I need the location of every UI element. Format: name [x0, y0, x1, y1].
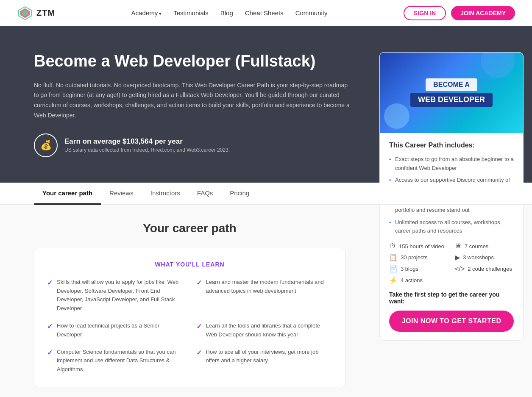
deco-circle-2 — [384, 103, 409, 129]
nav-academy[interactable]: Academy — [131, 9, 162, 17]
stat-actions: ⚡ 4 actions — [389, 276, 448, 284]
stat-blogs: 📄 3 blogs — [389, 265, 448, 273]
tab-pricing[interactable]: Pricing — [221, 183, 258, 205]
stats-grid: ⏱ 155 hours of video 🖥 7 courses 📋 30 pr… — [389, 242, 514, 284]
hero-description: No fluff. No outdated tutorials. No over… — [34, 81, 352, 121]
check-icon-4: ✓ — [196, 322, 202, 330]
sidebar-hero-image: BECOME A WEB DEVELOPER — [380, 53, 523, 133]
salary-icon: 💰 — [34, 133, 58, 157]
stat-actions-text: 4 actions — [401, 277, 423, 283]
list-item: ✓ How to ace all of your interviews, get… — [196, 348, 333, 374]
clipboard-icon: 📋 — [389, 253, 398, 261]
stat-workshops: ▶ 3 workshops — [455, 253, 514, 261]
list-item: ✓ How to lead technical projects as a Se… — [47, 322, 184, 339]
stat-blogs-text: 3 blogs — [401, 266, 418, 272]
learn-grid: ✓ Skills that will allow you to apply fo… — [47, 278, 332, 374]
content-left: Your career path WHAT YOU'LL LEARN ✓ Ski… — [0, 205, 379, 397]
logo[interactable]: ZTM — [17, 5, 55, 21]
clock-icon: ⏱ — [389, 242, 396, 250]
sidebar: BECOME A WEB DEVELOPER This Career Path … — [379, 205, 532, 397]
learn-item-text-1: Skills that will allow you to apply for … — [57, 278, 184, 313]
learn-item-text-5: Computer Science fundamentals so that yo… — [57, 348, 184, 374]
nav-links: Academy Testimonials Blog Cheat Sheets C… — [131, 9, 328, 17]
section-title: Your career path — [34, 222, 345, 235]
salary-block: 💰 Earn on average $103,564 per year US s… — [34, 133, 352, 157]
check-icon-2: ✓ — [196, 279, 202, 287]
learn-item-text-2: Learn and master the modern fundamentals… — [206, 278, 333, 296]
list-item: ✓ Learn and master the modern fundamenta… — [196, 278, 333, 313]
nav-blog[interactable]: Blog — [220, 9, 233, 17]
salary-title: Earn on average $103,564 per year — [64, 137, 230, 146]
doc-icon: 📄 — [389, 265, 398, 273]
join-cta-button[interactable]: JOIN NOW TO GET STARTED — [389, 311, 514, 332]
check-icon-1: ✓ — [47, 279, 53, 287]
hero-title: Become a Web Developer (Fullstack) — [34, 52, 352, 71]
check-icon-5: ✓ — [47, 349, 53, 357]
main-content: Your career path WHAT YOU'LL LEARN ✓ Ski… — [0, 205, 532, 397]
navbar: ZTM Academy Testimonials Blog Cheat Shee… — [0, 0, 532, 26]
bolt-icon: ⚡ — [389, 276, 398, 284]
sidebar-body: This Career Path includes: Exact steps t… — [380, 133, 523, 340]
stat-courses-text: 7 courses — [465, 243, 488, 250]
includes-heading: This Career Path includes: — [389, 142, 514, 149]
stat-courses: 🖥 7 courses — [455, 242, 514, 250]
list-item: ✓ Computer Science fundamentals so that … — [47, 348, 184, 374]
stat-challenges-text: 2 code challenges — [468, 266, 512, 272]
code-icon: </> — [455, 265, 465, 273]
cta-text: Take the first step to get the career yo… — [389, 291, 514, 305]
list-item: ✓ Learn all the tools and libraries that… — [196, 322, 333, 339]
learn-item-text-3: How to lead technical projects as a Seni… — [57, 322, 184, 339]
list-item: Unlimited access to all courses, worksho… — [389, 218, 514, 236]
stat-challenges: </> 2 code challenges — [455, 265, 514, 273]
list-item: ✓ Skills that will allow you to apply fo… — [47, 278, 184, 313]
stat-hours: ⏱ 155 hours of video — [389, 242, 448, 250]
overlay-label-1: BECOME A — [426, 78, 477, 91]
nav-testimonials[interactable]: Testimonials — [173, 9, 209, 17]
list-item: Exact steps to go from an absolute begin… — [389, 155, 514, 173]
check-icon-3: ✓ — [47, 322, 53, 330]
overlay-label-2: WEB DEVELOPER — [410, 93, 493, 107]
stat-projects-text: 30 projects — [401, 254, 428, 261]
nav-buttons: SIGN IN JOIN ACADEMY — [404, 6, 515, 20]
tab-career-path[interactable]: Your career path — [34, 183, 101, 205]
nav-community[interactable]: Community — [295, 9, 328, 17]
join-nav-button[interactable]: JOIN ACADEMY — [451, 6, 515, 20]
nav-cheat-sheets[interactable]: Cheat Sheets — [245, 9, 284, 17]
tab-instructors[interactable]: Instructors — [142, 183, 189, 205]
monitor-icon: 🖥 — [455, 242, 462, 250]
signin-button[interactable]: SIGN IN — [404, 6, 446, 20]
tab-reviews[interactable]: Reviews — [101, 183, 142, 205]
stat-hours-text: 155 hours of video — [399, 243, 444, 250]
check-icon-6: ✓ — [196, 349, 202, 357]
learn-item-text-4: Learn all the tools and libraries that a… — [206, 322, 333, 339]
logo-text: ZTM — [36, 8, 55, 18]
learn-item-text-6: How to ace all of your interviews, get m… — [206, 348, 333, 366]
tab-nav: Your career path Reviews Instructors FAQ… — [0, 183, 532, 205]
learn-card-heading: WHAT YOU'LL LEARN — [47, 261, 332, 268]
stat-projects: 📋 30 projects — [389, 253, 448, 261]
salary-sub: US salary data collected from Indeed, Hi… — [64, 147, 230, 153]
hero-left: Become a Web Developer (Fullstack) No fl… — [34, 52, 352, 157]
learn-card: WHAT YOU'LL LEARN ✓ Skills that will all… — [34, 248, 345, 387]
salary-text: Earn on average $103,564 per year US sal… — [64, 137, 230, 153]
deco-circle-1 — [481, 53, 515, 78]
tab-faqs[interactable]: FAQs — [189, 183, 222, 205]
overlay-text: BECOME A WEB DEVELOPER — [410, 78, 493, 107]
play-icon: ▶ — [455, 253, 460, 261]
stat-workshops-text: 3 workshops — [463, 254, 494, 261]
